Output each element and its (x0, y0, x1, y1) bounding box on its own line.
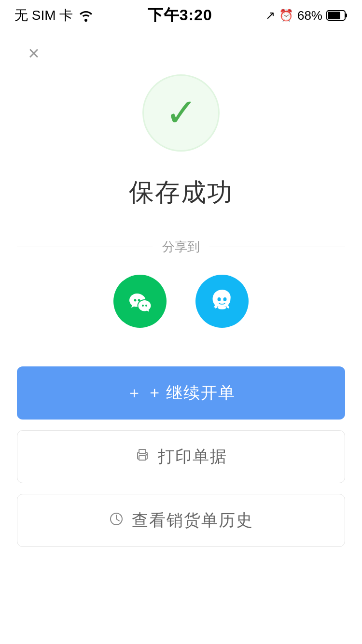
clock-icon (109, 511, 124, 530)
svg-point-4 (138, 299, 140, 301)
share-divider: 分享到 (17, 238, 345, 255)
battery-text: 68% (297, 8, 322, 23)
svg-rect-11 (139, 456, 146, 460)
wechat-share-button[interactable] (113, 275, 167, 328)
continue-button[interactable]: ＋ + 继续开单 (17, 366, 345, 420)
qq-icon (207, 286, 238, 317)
carrier-text: 无 SIM 卡 (14, 6, 73, 25)
history-button[interactable]: 查看销货单历史 (17, 494, 345, 547)
svg-rect-2 (328, 12, 340, 19)
svg-point-5 (142, 305, 144, 307)
close-button[interactable]: × (19, 39, 48, 68)
location-icon: ↗ (265, 9, 275, 22)
plus-icon: ＋ (126, 382, 142, 404)
svg-point-6 (145, 305, 147, 307)
alarm-icon: ⏰ (279, 9, 293, 22)
svg-point-12 (146, 454, 147, 455)
continue-label: + 继续开单 (150, 382, 235, 404)
svg-point-3 (134, 299, 136, 301)
svg-point-8 (223, 297, 226, 301)
history-label: 查看销货单历史 (132, 509, 253, 532)
print-label: 打印单据 (158, 446, 227, 468)
success-circle: ✓ (142, 74, 220, 152)
share-label: 分享到 (162, 238, 200, 255)
status-right: ↗ ⏰ 68% (265, 8, 348, 23)
close-icon: × (28, 43, 39, 63)
svg-rect-1 (345, 14, 347, 17)
svg-point-7 (217, 297, 221, 301)
checkmark-icon: ✓ (165, 94, 197, 132)
divider-right (209, 247, 345, 247)
action-buttons: ＋ + 继续开单 打印单据 (17, 366, 345, 558)
printer-icon (135, 448, 150, 466)
svg-line-15 (116, 519, 119, 521)
print-button[interactable]: 打印单据 (17, 430, 345, 483)
success-title: 保存成功 (129, 176, 233, 210)
main-content: ✓ 保存成功 分享到 (0, 31, 362, 558)
status-bar: 无 SIM 卡 下午3:20 ↗ ⏰ 68% (0, 0, 362, 31)
status-time: 下午3:20 (148, 5, 212, 26)
wechat-icon (125, 286, 156, 317)
battery-icon (326, 10, 348, 21)
status-left: 无 SIM 卡 (14, 6, 94, 25)
wifi-icon (78, 9, 94, 22)
qq-share-button[interactable] (195, 275, 249, 328)
share-icons (113, 275, 249, 328)
svg-rect-10 (139, 449, 146, 453)
divider-left (17, 247, 153, 247)
